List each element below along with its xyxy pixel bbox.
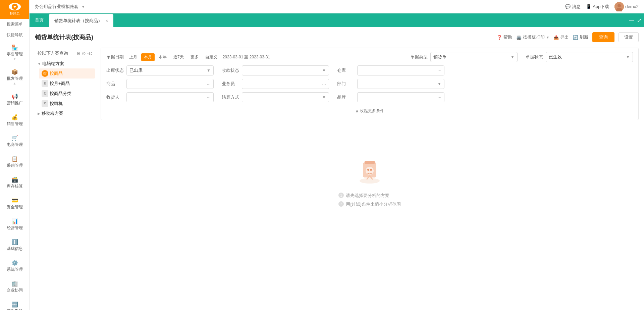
marketing-label: 营销推广 <box>7 100 23 106</box>
refresh-btn[interactable]: 🔄 刷新 <box>573 34 588 40</box>
filter-payment-method: 结算方式 ▼ <box>222 92 329 102</box>
export-label: 导出 <box>560 34 569 40</box>
tree-node-pc-row[interactable]: ▼ 电脑端方案 <box>35 59 95 68</box>
svg-point-8 <box>367 169 369 171</box>
sidebar-quick-nav[interactable]: 快捷导航 <box>0 30 29 40</box>
warehouse-out-control[interactable]: 已出库 ▼ <box>126 65 214 75</box>
collapse-panel-btn[interactable]: ≪ <box>87 51 92 56</box>
salesperson-control[interactable]: ··· <box>242 79 329 89</box>
payment-label: 收款状态 <box>222 67 242 73</box>
settings-button[interactable]: 设置 <box>619 32 639 42</box>
tree-child-by-driver[interactable]: 司 按司机 <box>39 99 95 109</box>
date-btn-last-month[interactable]: 上月 <box>126 53 140 61</box>
filter-row-4: 收货人 ··· 结算方式 ▼ <box>106 92 633 102</box>
brand-control[interactable]: ··· <box>357 92 444 102</box>
tab-home-label: 首页 <box>35 17 44 23</box>
sidebar-item-operations[interactable]: 📊 经营管理 <box>0 214 29 235</box>
by-category-label: 按商品分类 <box>50 91 71 97</box>
date-btn-this-month[interactable]: 本月 <box>141 53 155 61</box>
brand-label: 品牌 <box>337 94 357 100</box>
export-btn[interactable]: 📤 导出 <box>553 34 569 40</box>
sidebar-item-guide[interactable]: 🆕 新手引导 <box>0 297 29 310</box>
filter-row-2: 出库状态 已出库 ▼ 收款状态 ▼ <box>106 65 633 75</box>
sidebar-item-system[interactable]: ⚙️ 系统管理 <box>0 256 29 276</box>
payment-control[interactable]: ▼ <box>242 65 329 75</box>
goods-control[interactable]: ··· <box>126 79 214 89</box>
tree-node-mobile-row[interactable]: ▶ 移动端方案 <box>35 109 95 118</box>
sidebar-item-inventory[interactable]: 🗃️ 库存核算 <box>0 172 29 193</box>
filter-section: 单据日期 上月 本月 本年 近7天 更多 自定义 2023-03-01 至 20… <box>101 48 639 120</box>
salesperson-dots: ··· <box>322 81 326 87</box>
date-btn-custom[interactable]: 自定义 <box>203 53 220 61</box>
date-btn-7days[interactable]: 近7天 <box>171 53 186 61</box>
tab-close-btn[interactable]: × <box>106 18 108 23</box>
warehouse-out-value: 已出库 <box>129 67 207 73</box>
tab-active[interactable]: 销货单统计表（按商品） × <box>49 14 113 28</box>
tree-arrow-pc: ▼ <box>38 62 41 66</box>
by-month-goods-label: 按月+商品 <box>50 81 70 87</box>
tab-home[interactable]: 首页 <box>30 13 49 27</box>
message-btn[interactable]: 💬 消息 <box>565 4 581 10</box>
doc-status-label: 单据状态 <box>526 54 546 60</box>
enterprise-icon: 🏢 <box>11 280 18 287</box>
sidebar-item-wholesale[interactable]: 📦 批发管理 ▲ <box>0 65 29 89</box>
sidebar-item-sales[interactable]: 💰 销售管理 <box>0 110 29 131</box>
app-dropdown-btn[interactable]: ▼ <box>81 4 85 9</box>
filter-row-1: 单据日期 上月 本月 本年 近7天 更多 自定义 2023-03-01 至 20… <box>106 52 633 62</box>
empty-tip-1: 1 请先选择要分析的方案 <box>338 193 400 199</box>
tip-1-text: 请先选择要分析的方案 <box>346 193 389 199</box>
doc-status-control[interactable]: 已生效 ▼ <box>546 52 633 62</box>
date-btn-this-year[interactable]: 本年 <box>156 53 169 61</box>
doc-status-value: 已生效 <box>549 54 626 60</box>
dept-control[interactable]: ▼ <box>357 79 444 89</box>
user-menu[interactable]: demo2 <box>614 2 639 11</box>
collapse-bar[interactable]: ∧ 收起更多条件 <box>106 106 633 116</box>
main-content: 销货单统计表(按商品) ❓ 帮助 🖨️ 按模板打印 ▼ 📤 导出 <box>30 27 644 310</box>
warehouse-control[interactable]: ··· <box>357 65 444 75</box>
tree-child-by-month-goods[interactable]: 月 按月+商品 <box>39 79 95 89</box>
sales-icon: 💰 <box>11 114 18 120</box>
svg-point-9 <box>370 169 372 171</box>
header-right: 💬 消息 📱 App下载 demo2 <box>565 2 639 11</box>
inventory-icon: 🗃️ <box>11 176 18 183</box>
sidebar-item-purchase[interactable]: 📋 采购管理 <box>0 152 29 172</box>
wholesale-icon: 📦 <box>11 69 18 75</box>
goods-dots: ··· <box>207 81 211 87</box>
search-menu-label[interactable]: 搜索菜单 <box>0 21 29 27</box>
brand-dots: ··· <box>437 95 441 100</box>
purchase-label: 采购管理 <box>7 163 23 168</box>
help-btn[interactable]: ❓ 帮助 <box>497 34 512 40</box>
export-icon: 📤 <box>553 35 559 40</box>
svg-rect-6 <box>365 161 375 164</box>
print-btn[interactable]: 🖨️ 按模板打印 ▼ <box>516 34 549 40</box>
settings-scheme-btn[interactable]: ⊙ <box>82 51 86 56</box>
payment-method-control[interactable]: ▼ <box>242 92 329 102</box>
sidebar-item-ecommerce[interactable]: 🛒 电商管理 <box>0 131 29 152</box>
tree-child-by-category[interactable]: 类 按商品分类 <box>39 89 95 99</box>
sidebar-search[interactable]: 搜索菜单 <box>0 19 29 30</box>
tab-minimize-btn[interactable]: — <box>629 17 634 23</box>
help-label: 帮助 <box>503 34 512 40</box>
sidebar-item-finance[interactable]: 💳 资金管理 <box>0 193 29 214</box>
filter-brand: 品牌 ··· <box>337 92 444 102</box>
query-button[interactable]: 查询 <box>592 32 614 42</box>
refresh-label: 刷新 <box>580 34 588 40</box>
print-label: 按模板打印 <box>523 34 545 40</box>
sidebar-item-marketing[interactable]: 📢 营销推广 <box>0 89 29 110</box>
recipient-control[interactable]: ··· <box>126 92 214 102</box>
guide-icon: 🆕 <box>11 301 18 308</box>
add-scheme-btn[interactable]: ⊕ <box>76 51 80 56</box>
sidebar-item-enterprise[interactable]: 🏢 企业协同 <box>0 276 29 297</box>
print-dropdown-icon[interactable]: ▼ <box>546 36 549 39</box>
doc-type-control[interactable]: 销货单 ▼ <box>430 52 518 62</box>
tab-maximize-btn[interactable]: ⤢ <box>637 17 641 23</box>
app-download-label: App下载 <box>593 4 609 10</box>
tree-child-by-goods[interactable]: 按 按商品 <box>39 68 95 79</box>
date-btn-more[interactable]: 更多 <box>188 53 201 61</box>
sidebar-item-basic[interactable]: ℹ️ 基础信息 <box>0 235 29 256</box>
filter-date: 单据日期 上月 本月 本年 近7天 更多 自定义 2023-03-01 至 20… <box>106 53 402 61</box>
app-download-btn[interactable]: 📱 App下载 <box>586 4 609 10</box>
print-icon: 🖨️ <box>516 35 522 40</box>
sidebar-item-retail[interactable]: 🏪 零售管理 ▼ <box>0 40 29 65</box>
basic-icon: ℹ️ <box>11 239 18 245</box>
